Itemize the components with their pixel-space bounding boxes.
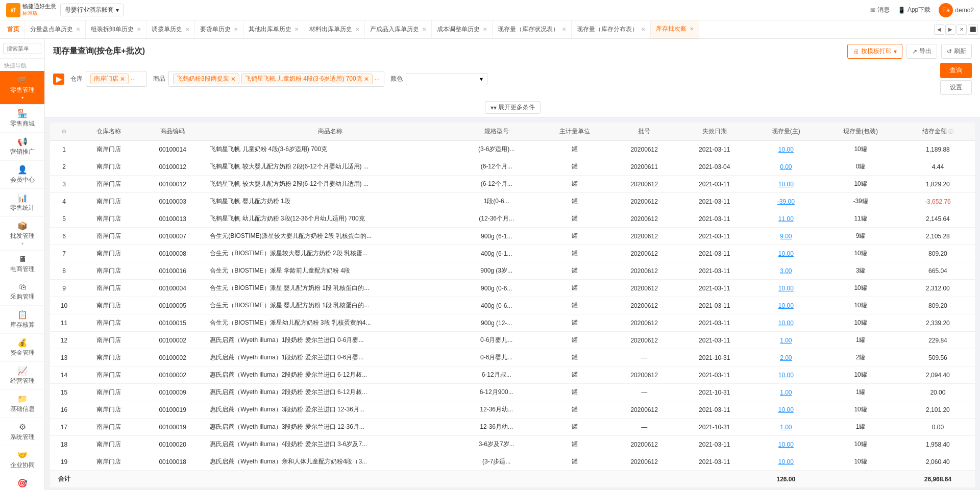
tab-9[interactable]: 现存量（库存状况表） ✕ bbox=[493, 20, 572, 39]
cell-spec: 900g (12-... bbox=[455, 314, 538, 332]
cell-batch: 20200612 bbox=[611, 332, 677, 349]
cell-qty[interactable]: 10.00 bbox=[751, 141, 820, 158]
cell-qty[interactable]: 0.00 bbox=[751, 158, 820, 176]
cell-batch: 20200612 bbox=[611, 401, 677, 419]
row-number: 12 bbox=[50, 332, 78, 349]
remove-product-tag-1[interactable]: ✕ bbox=[231, 76, 236, 83]
tab-11[interactable]: 库存批次账 ✕ bbox=[651, 20, 699, 39]
close-icon[interactable]: ✕ bbox=[295, 27, 299, 32]
cell-qty[interactable]: 10.00 bbox=[751, 176, 820, 193]
cell-qty[interactable]: 10.00 bbox=[751, 297, 820, 314]
cell-qty[interactable]: 10.00 bbox=[751, 366, 820, 384]
info-icon[interactable]: ⓘ bbox=[948, 129, 953, 134]
th-settings[interactable]: ⚙ bbox=[50, 122, 78, 141]
close-icon[interactable]: ✕ bbox=[355, 27, 359, 32]
search-input[interactable] bbox=[3, 43, 41, 54]
cell-qty[interactable]: 10.00 bbox=[751, 401, 820, 419]
sidebar-item-collab[interactable]: 🤝 企业协同 bbox=[0, 446, 44, 474]
sidebar-item-guide[interactable]: 🎯 新手引导 bbox=[0, 474, 44, 490]
tab-4[interactable]: 要货单历史 ✕ bbox=[195, 20, 243, 39]
message-btn[interactable]: ✉ 消息 bbox=[870, 6, 890, 14]
warehouse-input[interactable]: 南岸门店 ✕ ··· bbox=[86, 71, 147, 87]
sidebar-item-stats[interactable]: 📊 零售统计 bbox=[0, 189, 44, 217]
sidebar-item-shop[interactable]: 🏪 零售商城 bbox=[0, 105, 44, 133]
cell-qty[interactable]: -39.00 bbox=[751, 193, 820, 210]
settings-gear-icon[interactable]: ⚙ bbox=[61, 128, 67, 135]
cell-qty[interactable]: 2.00 bbox=[751, 349, 820, 366]
tab-close-arrow[interactable]: ✕ bbox=[957, 24, 967, 35]
tab-10[interactable]: 现存量（库存分布表） ✕ bbox=[572, 20, 651, 39]
sidebar-item-system[interactable]: ⚙ 系统管理 bbox=[0, 418, 44, 446]
sidebar-item-wholesale[interactable]: 📦 批发管理 ▾ bbox=[0, 217, 44, 251]
color-input[interactable]: ▾ bbox=[406, 73, 487, 85]
filter-expand-button[interactable]: ▶ bbox=[53, 74, 64, 85]
cell-spec: 3-6岁及7岁... bbox=[455, 436, 538, 453]
filter-more-dots[interactable]: ··· bbox=[131, 76, 136, 83]
expand-more-conditions-button[interactable]: ▾▾ 展开更多条件 bbox=[485, 101, 541, 114]
filter-product-more[interactable]: ··· bbox=[375, 76, 380, 83]
template-print-button[interactable]: 🖨 按模板打印 ▾ bbox=[847, 44, 902, 59]
cell-qty[interactable]: 9.00 bbox=[751, 228, 820, 245]
close-icon[interactable]: ✕ bbox=[137, 27, 141, 32]
app-download-btn[interactable]: 📱 App下载 bbox=[898, 6, 930, 14]
sidebar-item-operation[interactable]: 📈 经营管理 bbox=[0, 362, 44, 390]
refresh-button[interactable]: ↺ 刷新 bbox=[941, 44, 972, 59]
tab-2[interactable]: 组装拆卸单历史 ✕ bbox=[86, 20, 146, 39]
export-button[interactable]: ↗ 导出 bbox=[906, 44, 937, 59]
tab-8[interactable]: 成本调整单历史 ✕ bbox=[432, 20, 493, 39]
cell-qty[interactable]: 10.00 bbox=[751, 436, 820, 453]
sidebar-item-purchase[interactable]: 🛍 采购管理 bbox=[0, 278, 44, 306]
tab-home[interactable]: 首页 bbox=[2, 20, 25, 39]
tab-5[interactable]: 其他出库单历史 ✕ bbox=[243, 20, 304, 39]
account-dropdown[interactable]: 母婴行业演示账套 ▾ bbox=[60, 4, 124, 16]
cell-qty[interactable]: 1.00 bbox=[751, 332, 820, 349]
sidebar-item-marketing[interactable]: 📢 营销推广 bbox=[0, 133, 44, 161]
message-icon: ✉ bbox=[870, 7, 875, 14]
cell-warehouse: 南岸门店 bbox=[78, 210, 139, 228]
tab-7[interactable]: 产成品入库单历史 ✕ bbox=[365, 20, 432, 39]
tab-expand-arrow[interactable]: ⬛ bbox=[968, 24, 978, 35]
close-icon[interactable]: ✕ bbox=[234, 27, 238, 32]
cell-qty[interactable]: 3.00 bbox=[751, 262, 820, 280]
tab-prev-arrow[interactable]: ◀ bbox=[934, 24, 944, 35]
settings-button[interactable]: 设置 bbox=[940, 80, 972, 95]
cell-name: 惠氏启蔗（Wyeth illuma）2段奶粉 爱尔兰进口 6-12月叔... bbox=[206, 366, 455, 384]
sidebar-item-retail[interactable]: 🛒 零售管理 ▾ bbox=[0, 71, 44, 105]
sidebar-item-member[interactable]: 👤 会员中心 bbox=[0, 161, 44, 189]
tab-6[interactable]: 材料出库单历史 ✕ bbox=[304, 20, 365, 39]
tab-1[interactable]: 分量盘点单历史 ✕ bbox=[25, 20, 86, 39]
top-bar: 好 畅捷通好生意 标准版 母婴行业演示账套 ▾ ✉ 消息 📱 App下载 Ea … bbox=[0, 0, 980, 20]
cell-qty[interactable]: 1.00 bbox=[751, 419, 820, 436]
cell-qty[interactable]: 10.00 bbox=[751, 280, 820, 297]
cell-qty[interactable]: 11.00 bbox=[751, 210, 820, 228]
cell-qty[interactable]: 10.00 bbox=[751, 453, 820, 471]
tab-3[interactable]: 调拨单历史 ✕ bbox=[146, 20, 195, 39]
sidebar-item-inventory[interactable]: 📋 库存核算 bbox=[0, 306, 44, 334]
cell-amount: 809.20 bbox=[901, 297, 975, 314]
remove-warehouse-tag[interactable]: ✕ bbox=[120, 76, 125, 83]
cell-expire: 2021-03-04 bbox=[677, 158, 751, 176]
cell-expire: 2021-03-11 bbox=[677, 314, 751, 332]
sidebar-item-basic[interactable]: 📁 基础信息 bbox=[0, 390, 44, 418]
sidebar-item-finance[interactable]: 💰 资金管理 bbox=[0, 334, 44, 362]
query-button[interactable]: 查询 bbox=[940, 63, 972, 78]
cell-batch: 20200612 bbox=[611, 245, 677, 262]
close-icon[interactable]: ✕ bbox=[76, 27, 80, 32]
user-profile[interactable]: Ea demo2 bbox=[939, 3, 974, 17]
remove-product-tag-2[interactable]: ✕ bbox=[364, 76, 369, 83]
close-icon[interactable]: ✕ bbox=[690, 26, 694, 32]
close-icon[interactable]: ✕ bbox=[641, 27, 645, 32]
cell-name: 合生元（BIOSTIME）派星 婴儿配方奶粉 1段 乳核蛋白的... bbox=[206, 297, 455, 314]
close-icon[interactable]: ✕ bbox=[422, 27, 426, 32]
close-icon[interactable]: ✕ bbox=[562, 27, 566, 32]
cell-qty[interactable]: 10.00 bbox=[751, 245, 820, 262]
close-icon[interactable]: ✕ bbox=[185, 27, 189, 32]
sidebar-item-ecommerce[interactable]: 🖥 电商管理 bbox=[0, 251, 44, 278]
close-icon[interactable]: ✕ bbox=[483, 27, 487, 32]
cell-batch: — bbox=[611, 419, 677, 436]
cell-qty[interactable]: 1.00 bbox=[751, 384, 820, 401]
cell-qty[interactable]: 10.00 bbox=[751, 314, 820, 332]
product-input[interactable]: 飞鹤奶粉3段两提装 ✕ 飞鹤星飞帆 儿童奶粉 4段(3-6岁适用) 700克 ✕… bbox=[168, 71, 384, 87]
operation-icon: 📈 bbox=[17, 366, 28, 376]
tab-next-arrow[interactable]: ▶ bbox=[945, 24, 955, 35]
